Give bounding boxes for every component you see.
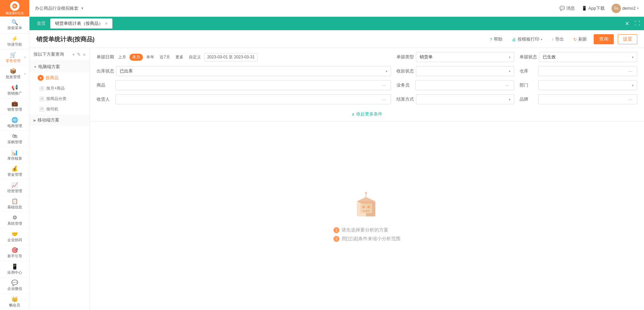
sidebar-item-system[interactable]: ⚙ 系统管理 xyxy=(0,212,29,228)
tab-bar: 首页 销货单统计表（按商品） × ✕ ⛶ xyxy=(30,17,644,30)
sidebar-item-marketing[interactable]: 📢 营销推广 xyxy=(0,82,29,98)
print-btn[interactable]: 🖨 按模板打印 ▾ xyxy=(509,35,545,44)
sidebar-item-member[interactable]: 👑 畅会员 xyxy=(0,294,29,310)
out-status-select[interactable]: 已出库 ▾ xyxy=(116,66,391,76)
avatar: Ea xyxy=(611,4,621,13)
filter-settlement: 结算方式 ▾ xyxy=(396,94,514,104)
goods-dots-icon[interactable]: ··· xyxy=(381,83,387,88)
shortcut-last-month[interactable]: 上月 xyxy=(116,54,128,61)
shortcut-this-year[interactable]: 本年 xyxy=(144,54,156,61)
sidebar-item-basics[interactable]: 📋 基础信息 xyxy=(0,196,29,212)
wholesale-icon: 📦 xyxy=(10,68,16,74)
workspace-dropdown[interactable]: ▾ xyxy=(81,6,84,11)
scheme-group-mobile-header[interactable]: ▶ 移动端方案 xyxy=(30,114,90,126)
scheme-item-by-goods-cat[interactable]: 回 按商品分类 xyxy=(30,94,90,104)
shortcut-custom[interactable]: 自定义 xyxy=(187,54,203,61)
brand-dots-icon[interactable]: ··· xyxy=(627,97,634,102)
collapse-btn[interactable]: ∧ 收起更多条件 xyxy=(97,108,637,117)
sidebar-item-enterprise[interactable]: 🤝 企业协同 xyxy=(0,228,29,245)
message-btn[interactable]: 💬 消息 xyxy=(559,5,575,11)
filter-staff: 业务员 ··· xyxy=(396,80,514,90)
scheme-collapse-icon[interactable]: « xyxy=(83,52,86,57)
sidebar-item-inventory[interactable]: 📊 库存核算 xyxy=(0,147,29,163)
sidebar-search[interactable]: 🔍 搜索菜单 xyxy=(0,16,29,34)
warehouse-dots-icon[interactable]: ··· xyxy=(627,68,634,74)
shortcut-this-month[interactable]: 本月 xyxy=(129,54,143,61)
receiver-select[interactable]: ··· xyxy=(115,94,391,104)
empty-tip-2: 2 用[过滤]条件来缩小分析范围 xyxy=(333,236,400,242)
sidebar-item-finance[interactable]: 💰 资金管理 xyxy=(0,163,29,179)
doc-type-select[interactable]: 销货单 ▾ xyxy=(416,52,514,62)
download-icon: 📱 xyxy=(582,6,587,11)
receiver-dots-icon[interactable]: ··· xyxy=(381,97,387,102)
date-range-picker: 上月 本月 本年 近7天 更多 自定义 2023-03-01 至 2023-03… xyxy=(116,53,391,61)
tab-maximize-btn[interactable]: ⛶ xyxy=(633,20,641,27)
tip2-text: 用[过滤]条件来缩小分析范围 xyxy=(341,236,400,242)
operations-label: 经营管理 xyxy=(7,189,22,193)
sidebar-item-guide[interactable]: 🎯 新手引导 xyxy=(0,245,29,261)
brand-select[interactable]: ··· xyxy=(538,94,637,104)
quick-nav[interactable]: ⚡ 快捷导航 xyxy=(0,34,29,49)
enterprise-icon: 🤝 xyxy=(11,231,18,237)
tab-home[interactable]: 首页 xyxy=(32,18,50,29)
collect-status-arrow-icon: ▾ xyxy=(509,69,511,73)
scheme-sub-month-icon: 月 xyxy=(40,86,44,91)
svg-point-6 xyxy=(362,206,365,208)
refresh-label: 刷新 xyxy=(578,36,587,42)
shortcut-more[interactable]: 更多 xyxy=(173,54,185,61)
export-label: 导出 xyxy=(555,36,564,42)
date-range-value[interactable]: 2023-03-01 至 2023-03-31 xyxy=(204,53,258,61)
scheme-item-by-goods[interactable]: ● 按商品 xyxy=(30,72,90,83)
sidebar-item-apps[interactable]: 📱 应用中心 xyxy=(0,261,29,277)
scheme-add-icon[interactable]: + xyxy=(72,52,75,57)
workspace-title: 办公用品行业模拟账套 xyxy=(35,5,78,11)
scheme-panel-actions: + ✎ « xyxy=(72,52,86,57)
scheme-item-by-cashier[interactable]: 凹 按司机 xyxy=(30,104,90,114)
top-header-left: 办公用品行业模拟账套 ▾ xyxy=(35,5,84,11)
page-header: 销货单统计表(按商品) ? 帮助 🖨 按模板打印 ▾ ↑ 导出 ↻ 刷新 xyxy=(30,30,644,48)
scheme-sub-cashier-icon: 凹 xyxy=(40,107,44,112)
marketing-label: 营销推广 xyxy=(7,91,22,96)
user-profile[interactable]: Ea demo2 ▾ xyxy=(611,4,639,13)
date-inputs: 2023-03-01 至 2023-03-31 xyxy=(204,53,258,61)
refresh-btn[interactable]: ↻ 刷新 xyxy=(571,35,590,44)
tab-close-btn[interactable]: × xyxy=(105,21,108,26)
sidebar-item-retail[interactable]: 🛒 零售管理 ▼ xyxy=(0,49,29,66)
doc-status-select[interactable]: 已生效 ▾ xyxy=(539,52,637,62)
member-label: 畅会员 xyxy=(9,303,20,307)
dept-select[interactable]: ▾ xyxy=(538,80,637,90)
apps-icon: 📱 xyxy=(11,263,18,270)
scheme-group-desktop-header[interactable]: ▼ 电脑端方案 xyxy=(30,61,90,72)
sidebar-item-purchase[interactable]: 🛍 采购管理 xyxy=(0,131,29,147)
out-status-arrow-icon: ▾ xyxy=(386,69,387,73)
empty-tip-1: 1 请先选择要分析的方案 xyxy=(333,227,400,233)
scheme-edit-icon[interactable]: ✎ xyxy=(77,52,81,57)
sidebar-item-ecommerce[interactable]: 🌐 电商管理 xyxy=(0,114,29,131)
collect-status-select[interactable]: ▾ xyxy=(416,66,514,76)
svg-point-10 xyxy=(365,192,367,194)
app-download-btn[interactable]: 📱 App下载 xyxy=(582,5,605,11)
staff-select[interactable]: ··· xyxy=(415,80,514,90)
doc-status-label: 单据状态 xyxy=(520,54,537,60)
date-shortcuts: 上月 本月 本年 近7天 更多 自定义 xyxy=(116,54,203,61)
sidebar-item-wechat[interactable]: 💬 企业微信 xyxy=(0,277,29,294)
settings-btn[interactable]: 设置 xyxy=(618,34,637,44)
shortcut-7days[interactable]: 近7天 xyxy=(158,54,172,61)
settlement-select[interactable]: ▾ xyxy=(416,94,514,104)
warehouse-select[interactable]: ··· xyxy=(538,66,637,76)
goods-select[interactable]: ··· xyxy=(115,80,391,90)
filter-doc-status: 单据状态 已生效 ▾ xyxy=(520,52,637,62)
scheme-panel-title: 按以下方案查询 xyxy=(34,51,64,57)
svg-rect-8 xyxy=(363,210,370,212)
export-btn[interactable]: ↑ 导出 xyxy=(549,35,567,44)
help-btn[interactable]: ? 帮助 xyxy=(487,35,505,44)
query-btn[interactable]: 查询 xyxy=(594,34,614,44)
tab-close-window-btn[interactable]: ✕ xyxy=(624,20,631,28)
scheme-item-by-month-goods[interactable]: 月 按月+商品 xyxy=(30,83,90,94)
sidebar-item-wholesale[interactable]: 📦 批发管理 ▲ xyxy=(0,65,29,82)
tab-sales-stat[interactable]: 销货单统计表（按商品） × xyxy=(50,18,112,29)
sidebar-item-operations[interactable]: 📈 经营管理 xyxy=(0,179,29,196)
sidebar-item-sales[interactable]: 💼 销售管理 xyxy=(0,98,29,115)
apps-label: 应用中心 xyxy=(7,270,22,275)
staff-dots-icon[interactable]: ··· xyxy=(504,83,511,88)
